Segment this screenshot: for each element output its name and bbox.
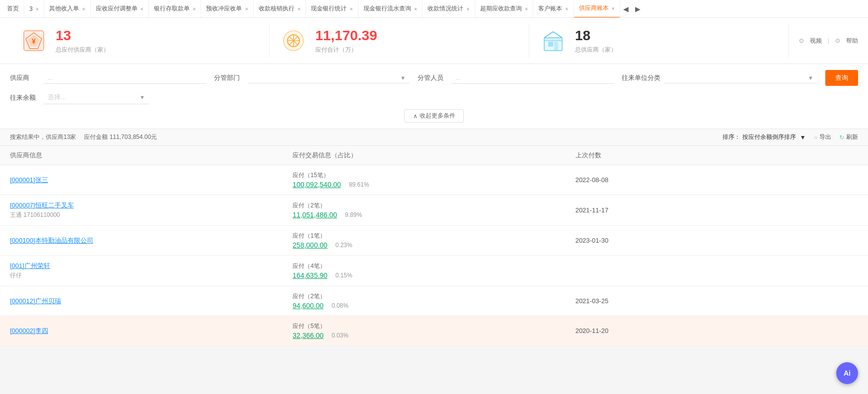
- transaction-pct-3: 0.15%: [335, 272, 352, 279]
- transaction-pct-4: 0.08%: [332, 302, 349, 309]
- nav-tab-overdue-query[interactable]: 超期应收款查询 ×: [475, 0, 533, 18]
- transaction-row-5: 32,366.00 0.03%: [292, 331, 575, 339]
- supplier-link-4[interactable]: [000012]广州贝瑞: [10, 297, 292, 306]
- nav-tab-home-label: 首页: [7, 4, 19, 13]
- nav-arrow-left[interactable]: ◀: [620, 0, 632, 18]
- nav-tab-customer-account[interactable]: 客户账本 ×: [533, 0, 574, 18]
- last-pay-date-0: 2022-08-08: [576, 176, 858, 184]
- results-info: 搜索结果中，供应商13家 应付金额 111,703,854.00元: [10, 133, 157, 141]
- dept-select[interactable]: ▼: [248, 73, 410, 83]
- filter-item-supplier: 供应商: [10, 72, 206, 84]
- filter-item-category: 往来单位分类 ▼: [622, 73, 818, 83]
- export-button[interactable]: ○ 导出: [814, 133, 831, 141]
- supplier-link-2[interactable]: [000100]本特勤油品有限公司: [10, 236, 292, 245]
- transaction-amount-0[interactable]: 100,092,540.00: [292, 181, 341, 189]
- nav-tab-collection-audit[interactable]: 收款核销执行 ×: [254, 0, 306, 18]
- nav-tab-3-label: 3: [29, 5, 33, 12]
- summary-bar: ¥ 13 总应付供应商（家） 11,170.39 应付合计（万）: [0, 18, 868, 64]
- nav-tab-collection-audit-label: 收款核销执行: [259, 4, 294, 13]
- nav-tab-ap-adjustment[interactable]: 应收应付调整单 ×: [91, 0, 149, 18]
- person-filter-label: 分管人员: [418, 73, 447, 82]
- last-pay-date-2: 2023-01-30: [576, 237, 858, 244]
- video-link[interactable]: 视频: [810, 37, 822, 45]
- results-right: 排序： 按应付余额倒序排序 ▼ ○ 导出 ↻ 刷新: [723, 133, 858, 141]
- summary-content-ap-suppliers: 13 总应付供应商（家）: [56, 27, 109, 55]
- close-icon[interactable]: ×: [36, 6, 39, 12]
- refresh-label: 刷新: [846, 133, 858, 141]
- supplier-link-0[interactable]: [000001]张三: [10, 176, 292, 185]
- supplier-link-3[interactable]: [001]广州荣轩: [10, 262, 292, 270]
- supplier-input[interactable]: [44, 72, 206, 84]
- close-icon[interactable]: ×: [82, 6, 85, 12]
- transaction-amount-3[interactable]: 164,635.90: [292, 271, 327, 279]
- nav-tab-other-income-label: 其他收入单: [49, 4, 79, 13]
- nav-tab-home[interactable]: 首页: [2, 0, 24, 18]
- nav-tab-cash-bank-stat[interactable]: 现金银行统计 ×: [306, 0, 358, 18]
- balance-select-value: 选择...: [48, 93, 140, 102]
- supplier-link-1[interactable]: [000007]恒旺二手叉车: [10, 201, 292, 210]
- nav-tab-3[interactable]: 3 ×: [24, 0, 44, 18]
- nav-arrow-right[interactable]: ▶: [632, 0, 644, 18]
- table-header-transaction: 应付交易信息（占比）: [292, 151, 575, 160]
- close-icon[interactable]: ×: [525, 6, 528, 12]
- nav-tab-cash-bank-flow[interactable]: 现金银行流水查询 ×: [359, 0, 423, 18]
- transaction-amount-4[interactable]: 94,600.00: [292, 302, 323, 310]
- summary-card-ap-suppliers: ¥ 13 总应付供应商（家）: [10, 24, 270, 58]
- help-link[interactable]: 帮助: [846, 37, 858, 45]
- person-input[interactable]: [451, 72, 614, 84]
- svg-rect-14: [544, 38, 562, 41]
- balance-filter-label: 往来余额: [10, 93, 40, 102]
- transaction-row-1: 11,051,486.00 9.89%: [292, 211, 575, 219]
- close-icon[interactable]: ×: [414, 6, 417, 12]
- close-icon[interactable]: ×: [245, 6, 248, 12]
- nav-tab-other-income[interactable]: 其他收入单 ×: [44, 0, 90, 18]
- nav-tab-advance-collection[interactable]: 预收冲应收单 ×: [201, 0, 253, 18]
- nav-tab-bank-deposit[interactable]: 银行存取款单 ×: [149, 0, 201, 18]
- table-row: [000002]李四 应付（5笔） 32,366.00 0.03% 2020-1…: [0, 316, 868, 346]
- table-row: [000007]恒旺二手叉车 王通 17106110000 应付（2笔） 11,…: [0, 195, 868, 226]
- close-icon[interactable]: ×: [350, 6, 353, 12]
- refresh-button[interactable]: ↻ 刷新: [839, 133, 858, 141]
- close-icon[interactable]: ×: [612, 5, 615, 11]
- supplier-info-1: [000007]恒旺二手叉车 王通 17106110000: [10, 201, 292, 219]
- close-icon[interactable]: ×: [141, 6, 144, 12]
- close-icon[interactable]: ×: [297, 6, 300, 12]
- nav-tab-cash-bank-flow-label: 现金银行流水查询: [363, 4, 411, 13]
- svg-rect-12: [554, 42, 558, 51]
- collapse-button[interactable]: ∧ 收起更多条件: [404, 109, 464, 123]
- close-icon[interactable]: ×: [565, 6, 568, 12]
- transaction-amount-5[interactable]: 32,366.00: [292, 331, 323, 339]
- chevron-down-icon4: ▼: [800, 134, 806, 141]
- sort-select[interactable]: 排序： 按应付余额倒序排序 ▼: [723, 133, 806, 141]
- balance-select[interactable]: 选择... ▼: [44, 91, 149, 104]
- transaction-label-3: 应付（4笔）: [292, 262, 575, 270]
- nav-tab-bank-deposit-label: 银行存取款单: [154, 4, 190, 13]
- chevron-down-icon3: ▼: [140, 94, 145, 100]
- top-right-links: ⊙ 视频 | ⊙ 帮助: [789, 37, 858, 45]
- circle-icon2: ⊙: [835, 37, 840, 44]
- transaction-info-4: 应付（2笔） 94,600.00 0.08%: [292, 292, 575, 310]
- export-icon: ○: [814, 134, 817, 141]
- transaction-info-5: 应付（5笔） 32,366.00 0.03%: [292, 322, 575, 339]
- nav-tab-collection-stat[interactable]: 收款情况统计 ×: [423, 0, 475, 18]
- nav-tab-cash-bank-stat-label: 现金银行统计: [311, 4, 347, 13]
- category-select[interactable]: ▼: [664, 73, 818, 83]
- transaction-pct-5: 0.03%: [332, 332, 349, 339]
- svg-text:¥: ¥: [32, 37, 36, 45]
- summary-card-total-suppliers: 18 总供应商（家）: [529, 24, 789, 58]
- chevron-down-icon: ▼: [400, 75, 406, 81]
- transaction-amount-2[interactable]: 258,000.00: [292, 241, 327, 249]
- nav-tab-supplier-account[interactable]: 供应商账本 ×: [574, 0, 620, 18]
- close-icon[interactable]: ×: [466, 6, 469, 12]
- category-filter-label: 往来单位分类: [622, 73, 660, 82]
- ap-suppliers-label: 总应付供应商（家）: [56, 46, 109, 54]
- transaction-row-3: 164,635.90 0.15%: [292, 271, 575, 279]
- table-row: [000012]广州贝瑞 应付（2笔） 94,600.00 0.08% 2021…: [0, 286, 868, 316]
- transaction-info-1: 应付（2笔） 11,051,486.00 9.89%: [292, 201, 575, 219]
- query-button[interactable]: 查询: [825, 70, 858, 86]
- transaction-amount-1[interactable]: 11,051,486.00: [292, 211, 337, 219]
- summary-card-ap-total: 11,170.39 应付合计（万）: [270, 24, 529, 58]
- close-icon[interactable]: ×: [193, 6, 196, 12]
- supplier-link-5[interactable]: [000002]李四: [10, 327, 292, 335]
- filter-item-person: 分管人员: [418, 72, 614, 84]
